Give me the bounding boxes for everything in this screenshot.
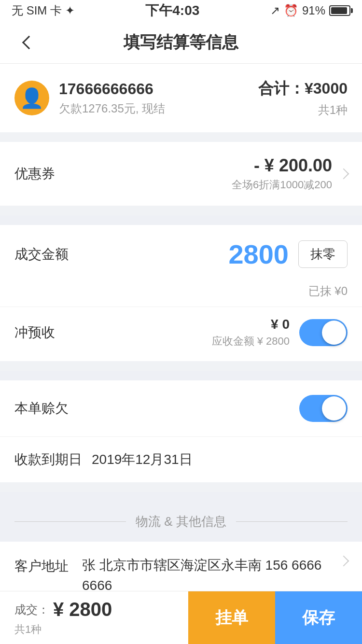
transaction-prefix: 成交： — [14, 602, 49, 617]
coupon-chevron-icon — [338, 168, 349, 180]
address-chevron-icon — [338, 556, 349, 567]
address-value: 张 北京市市辖区海淀区永丰南 156 6666 6666 — [82, 555, 332, 596]
nav-bar: 填写结算等信息 — [0, 21, 362, 64]
due-date-row: 收款到期日 2019年12月31日 — [0, 436, 362, 482]
amount-sub-note: 已抹 ¥0 — [0, 283, 362, 307]
header-line-left — [14, 521, 126, 522]
amount-value-area: 2800 抹零 — [82, 238, 348, 270]
divider-1 — [0, 215, 362, 225]
avatar: 👤 — [14, 81, 49, 115]
amount-row: 成交金额 2800 抹零 — [0, 225, 362, 283]
status-right: ↗ ⏰ 91% — [270, 4, 350, 17]
hold-order-button[interactable]: 挂单 — [188, 591, 275, 644]
due-date-label: 收款到期日 — [14, 450, 82, 469]
prepay-amount: ¥ 0 — [271, 317, 290, 332]
status-time: 下午4:03 — [145, 1, 199, 20]
debt-toggle-thumb — [322, 396, 346, 420]
coupon-value-right: - ¥ 200.00 全场6折满1000减200 — [82, 155, 332, 192]
amount-section: 成交金额 2800 抹零 已抹 ¥0 冲预收 ¥ 0 应收金额 ¥ 2800 — [0, 225, 362, 361]
prepay-label: 冲预收 — [14, 323, 82, 342]
back-button[interactable] — [14, 28, 43, 57]
bottom-summary: 成交： ¥ 2800 共1种 — [0, 599, 188, 637]
coupon-value: - ¥ 200.00 全场6折满1000减200 — [82, 155, 332, 192]
round-button[interactable]: 抹零 — [298, 240, 348, 268]
spacer-prepay — [0, 353, 362, 361]
battery-percent: 91% — [302, 4, 325, 17]
divider-3 — [0, 492, 362, 502]
debt-row: 本单赊欠 — [0, 380, 362, 436]
coupon-discount: - ¥ 200.00 — [254, 155, 332, 176]
user-details: 17666666666 欠款1276.35元, 现结 — [59, 80, 258, 116]
bottom-count: 共1种 — [14, 622, 174, 637]
bottom-amount: ¥ 2800 — [53, 599, 112, 620]
amount-label: 成交金额 — [14, 245, 82, 264]
battery-fill — [331, 7, 347, 14]
prepay-right: ¥ 0 应收金额 ¥ 2800 — [82, 317, 348, 349]
battery-icon — [329, 5, 350, 16]
coupon-label: 优惠券 — [14, 165, 82, 183]
prepay-receivable: 应收金额 ¥ 2800 — [212, 334, 290, 349]
status-bar: 无 SIM 卡 ✦ 下午4:03 ↗ ⏰ 91% — [0, 0, 362, 21]
transaction-amount: 2800 — [228, 238, 289, 270]
debt-section: 本单赊欠 收款到期日 2019年12月31日 — [0, 380, 362, 482]
alarm-icon: ⏰ — [284, 4, 298, 17]
debt-toggle[interactable] — [299, 395, 348, 422]
bottom-bar: 成交： ¥ 2800 共1种 挂单 保存 — [0, 591, 362, 644]
coupon-section[interactable]: 优惠券 - ¥ 200.00 全场6折满1000减200 — [0, 142, 362, 206]
header-line-right — [236, 521, 348, 522]
user-info-section: 👤 17666666666 欠款1276.35元, 现结 合计：¥3000 共1… — [0, 64, 362, 132]
prepay-value-area: ¥ 0 应收金额 ¥ 2800 — [212, 317, 290, 349]
due-date-value: 2019年12月31日 — [92, 450, 193, 469]
total-amount: 合计：¥3000 — [258, 78, 348, 99]
save-button[interactable]: 保存 — [275, 591, 362, 644]
prepay-toggle[interactable] — [299, 319, 348, 346]
logistics-header: 物流 & 其他信息 — [0, 502, 362, 542]
debt-label: 本单赊欠 — [14, 399, 299, 418]
prepay-row: 冲预收 ¥ 0 应收金额 ¥ 2800 — [0, 307, 362, 353]
user-debt-note: 欠款1276.35元, 现结 — [59, 101, 258, 116]
total-count: 共1种 — [258, 102, 348, 118]
page-title: 填写结算等信息 — [43, 31, 319, 54]
prepay-toggle-thumb — [322, 321, 346, 345]
address-label: 客户地址 — [14, 555, 82, 575]
status-left: 无 SIM 卡 ✦ — [12, 3, 75, 18]
avatar-icon: 👤 — [20, 87, 44, 110]
coupon-description: 全场6折满1000减200 — [232, 178, 332, 192]
logistics-header-text: 物流 & 其他信息 — [136, 513, 226, 530]
divider-2 — [0, 371, 362, 380]
location-icon: ↗ — [270, 4, 280, 17]
user-phone: 17666666666 — [59, 80, 258, 98]
back-arrow-icon — [22, 35, 36, 49]
user-total: 合计：¥3000 共1种 — [258, 78, 348, 118]
bottom-transaction-label: 成交： ¥ 2800 — [14, 599, 174, 620]
sim-status: 无 SIM 卡 ✦ — [12, 3, 75, 18]
